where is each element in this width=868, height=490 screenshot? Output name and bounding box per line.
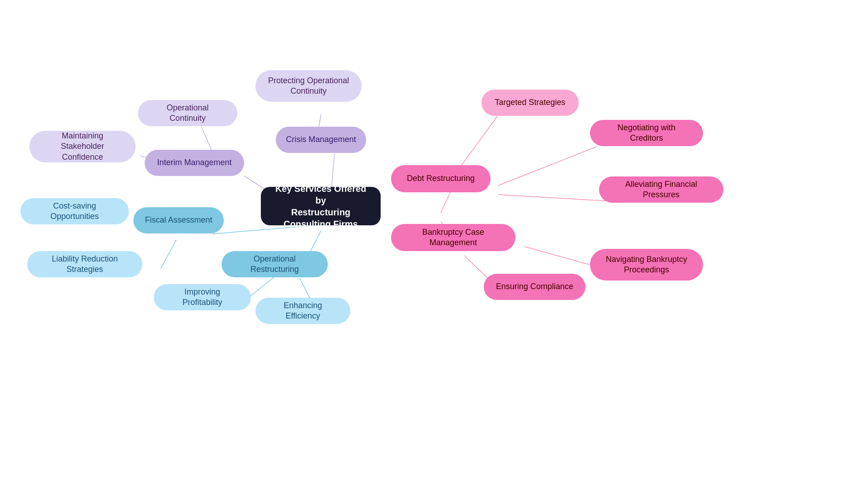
cost-saving-node: Cost-saving Opportunities [20,198,129,224]
svg-line-15 [498,195,606,201]
svg-line-14 [498,147,597,186]
improving-profitability-node: Improving Profitability [154,284,251,310]
targeted-strategies-node: Targeted Strategies [481,90,579,116]
enhancing-efficiency-node: Enhancing Efficiency [255,298,350,324]
negotiating-creditors-node: Negotiating with Creditors [590,120,703,146]
operational-continuity-node: Operational Continuity [138,100,237,126]
protecting-operational-node: Protecting OperationalContinuity [255,70,362,102]
alleviating-financial-node: Alleviating Financial Pressures [599,176,723,203]
maintaining-stakeholder-node: Maintaining StakeholderConfidence [29,131,136,162]
mindmap-container: Key Services Offered byRestructuring Con… [0,0,868,490]
crisis-management-node: Crisis Management [276,127,366,153]
debt-restructuring-node: Debt Restructuring [391,165,491,192]
ensuring-compliance-node: Ensuring Compliance [484,274,585,300]
svg-line-4 [441,191,451,213]
navigating-bankruptcy-node: Navigating BankruptcyProceedings [590,249,703,281]
operational-restructuring-node: Operational Restructuring [222,251,328,277]
bankruptcy-case-node: Bankruptcy Case Management [391,224,515,251]
svg-line-10 [160,240,176,269]
fiscal-assessment-node: Fiscal Assessment [133,207,224,233]
liability-reduction-node: Liability Reduction Strategies [27,251,142,277]
interim-management-node: Interim Management [145,150,244,176]
center-node: Key Services Offered byRestructuring Con… [261,187,381,225]
